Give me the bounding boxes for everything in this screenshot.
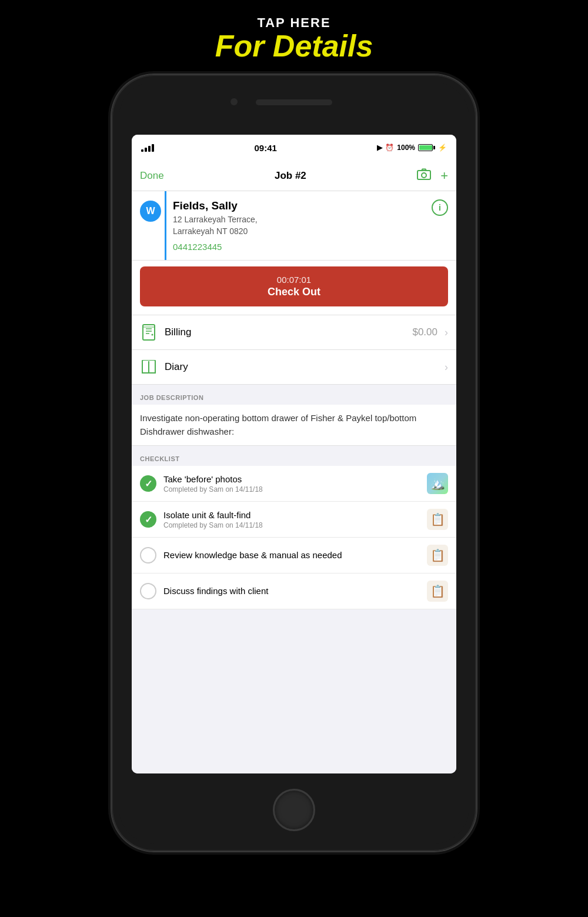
speaker (256, 99, 332, 105)
billing-icon (140, 324, 158, 341)
nav-icons: + (417, 168, 448, 184)
checklist-title-3: Review knowledge base & manual as needed (163, 550, 420, 560)
charging-icon: ⚡ (438, 144, 447, 152)
signal-area (141, 144, 154, 152)
camera-button[interactable] (417, 168, 431, 184)
svg-point-3 (152, 334, 153, 336)
checklist-item-2[interactable]: ✓ Isolate unit & fault-find Completed by… (132, 502, 456, 538)
billing-menu-item[interactable]: Billing $0.00 › (132, 315, 456, 350)
info-icon[interactable]: i (432, 199, 448, 216)
client-card[interactable]: W Fields, Sally 12 Larrakeyah Terrace, L… (132, 191, 456, 261)
diary-label: Diary (165, 361, 430, 373)
checklist-title-2: Isolate unit & fault-find (163, 510, 420, 520)
content-area[interactable]: W Fields, Sally 12 Larrakeyah Terrace, L… (132, 191, 456, 773)
done-button[interactable]: Done (140, 170, 164, 182)
job-description-text: Investigate non-operating bottom drawer … (132, 405, 456, 446)
signal-bar-3 (148, 146, 151, 152)
checklist-subtitle-2: Completed by Sam on 14/11/18 (163, 521, 420, 529)
checklist-text-2: Isolate unit & fault-find Completed by S… (163, 510, 420, 529)
svg-point-1 (422, 173, 426, 178)
tap-here-text: TAP HERE (215, 16, 373, 29)
battery-body (418, 144, 433, 151)
checklist-attachment-2: 📋 (427, 509, 448, 530)
checkout-button[interactable]: 00:07:01 Check Out (140, 266, 448, 306)
checklist-title-1: Take 'before' photos (163, 474, 420, 484)
battery-fill (419, 145, 433, 150)
diary-chevron: › (445, 361, 448, 374)
checklist-item-1[interactable]: ✓ Take 'before' photos Completed by Sam … (132, 466, 456, 502)
battery-percent: 100% (397, 144, 415, 152)
check-circle-3[interactable] (140, 547, 156, 563)
checklist-text-4: Discuss findings with client (163, 586, 420, 597)
checkout-label: Check Out (148, 286, 440, 298)
battery-tip (433, 146, 435, 149)
home-button[interactable] (273, 789, 315, 831)
phone-screen: 09:41 ▶ ⏰ 100% ⚡ (132, 135, 456, 773)
billing-label: Billing (165, 326, 405, 338)
checklist-header: CHECKLIST (132, 446, 456, 466)
signal-bar-4 (152, 144, 154, 152)
status-bar: 09:41 ▶ ⏰ 100% ⚡ (132, 135, 456, 161)
diary-icon (140, 358, 158, 376)
status-right: ▶ ⏰ 100% ⚡ (377, 144, 447, 152)
page-wrapper: TAP HERE For Details (0, 0, 588, 917)
checklist-attachment-3: 📋 (427, 545, 448, 566)
phone-frame: 09:41 ▶ ⏰ 100% ⚡ (112, 75, 476, 851)
add-button[interactable]: + (440, 168, 448, 184)
checkout-section: 00:07:01 Check Out (132, 261, 456, 315)
client-phone[interactable]: 0441223445 (173, 242, 425, 252)
alarm-icon: ⏰ (385, 144, 394, 152)
tap-here-label: TAP HERE For Details (215, 16, 373, 63)
nav-bar: Done Job #2 + (132, 161, 456, 191)
checkout-timer: 00:07:01 (148, 275, 440, 285)
status-time: 09:41 (254, 143, 276, 153)
check-circle-1[interactable]: ✓ (140, 475, 156, 492)
checklist-text-1: Take 'before' photos Completed by Sam on… (163, 474, 420, 493)
checklist-attachment-4: 📋 (427, 581, 448, 602)
checklist-item-4[interactable]: Discuss findings with client 📋 (132, 573, 456, 609)
checklist-text-3: Review knowledge base & manual as needed (163, 550, 420, 561)
front-camera (230, 98, 238, 105)
signal-bar-2 (145, 148, 147, 152)
checklist-subtitle-1: Completed by Sam on 14/11/18 (163, 485, 420, 493)
billing-chevron: › (445, 326, 448, 339)
job-description-header: JOB DESCRIPTION (132, 385, 456, 405)
nav-title: Job #2 (275, 170, 306, 182)
signal-bar-1 (141, 149, 143, 152)
client-name: Fields, Sally (173, 199, 425, 212)
check-mark-1: ✓ (145, 478, 152, 489)
billing-value: $0.00 (412, 326, 437, 338)
battery-icon (418, 144, 435, 151)
check-circle-4[interactable] (140, 583, 156, 599)
checklist-item-3[interactable]: Review knowledge base & manual as needed… (132, 538, 456, 573)
blue-line (165, 191, 166, 260)
checklist-attachment-1: 🏔️ (427, 473, 448, 494)
signal-bars (141, 144, 154, 152)
client-avatar: W (140, 201, 161, 222)
client-address: 12 Larrakeyah Terrace, Larrakeyah NT 082… (173, 214, 425, 237)
for-details-text: For Details (215, 29, 373, 63)
diary-menu-item[interactable]: Diary › (132, 350, 456, 385)
check-mark-2: ✓ (145, 514, 152, 525)
check-circle-2[interactable]: ✓ (140, 511, 156, 528)
phone-inner: 09:41 ▶ ⏰ 100% ⚡ (119, 82, 469, 844)
location-icon: ▶ (377, 144, 382, 152)
client-info: Fields, Sally 12 Larrakeyah Terrace, Lar… (168, 199, 425, 252)
checklist-title-4: Discuss findings with client (163, 586, 420, 596)
